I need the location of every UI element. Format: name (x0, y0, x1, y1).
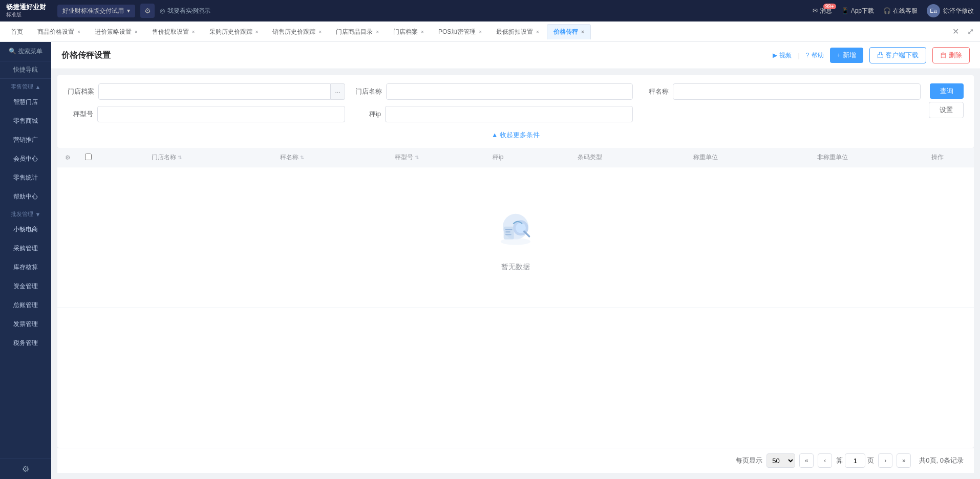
page-size-label: 每页显示 (736, 456, 762, 465)
scale-model-input[interactable] (97, 106, 345, 122)
tab-sale-price-close[interactable]: × (192, 29, 195, 35)
th-settings[interactable]: ⚙ (57, 148, 78, 167)
collapse-button[interactable]: ▲ 收起更多条件 (68, 130, 964, 140)
add-button[interactable]: + 新增 (830, 48, 863, 63)
tab-pos[interactable]: POS加密管理 × (432, 24, 488, 39)
tab-min-discount[interactable]: 最低折扣设置 × (489, 24, 546, 39)
tab-store-catalog-close[interactable]: × (376, 29, 379, 35)
download-button[interactable]: 凸 客户端下载 (869, 47, 927, 63)
tab-min-discount-close[interactable]: × (536, 29, 539, 35)
sidebar-item-tax[interactable]: 税务管理 (0, 334, 51, 353)
tab-price-scale[interactable]: 价格传秤 × (547, 24, 591, 39)
page-next-button[interactable]: › (878, 453, 892, 468)
tab-goods-price[interactable]: 商品价格设置 × (31, 24, 87, 39)
th-checkbox[interactable] (78, 148, 98, 167)
help-link[interactable]: ? 帮助 (806, 51, 824, 60)
tab-store-catalog[interactable]: 门店商品目录 × (329, 24, 386, 39)
delete-button[interactable]: 自 删除 (932, 47, 970, 63)
store-file-suffix-button[interactable]: ··· (331, 83, 345, 100)
content-area: 价格传秤设置 ▶ 视频 | ? 帮助 + 新增 凸 客户端下载 自 (51, 42, 980, 479)
sidebar-quicknav[interactable]: 快捷导航 (0, 61, 51, 79)
tab-store-file[interactable]: 门店档案 × (387, 24, 431, 39)
empty-state: 暂无数据 (61, 172, 970, 302)
scale-name-input[interactable] (673, 83, 921, 100)
sidebar-item-purchase[interactable]: 采购管理 (0, 239, 51, 258)
sidebar-item-invoice[interactable]: 发票管理 (0, 315, 51, 334)
message-button[interactable]: ✉ 消息 99+ (813, 7, 832, 15)
sidebar-item-member[interactable]: 会员中心 (0, 149, 51, 168)
select-all-checkbox[interactable] (85, 154, 92, 160)
sidebar: 🔍 搜索菜单 快捷导航 零售管理 ▲ 智慧门店 零售商城 营销推广 会员中心 零… (0, 42, 51, 479)
search-form: 门店档案 ··· 门店名称 秤名称 (57, 75, 974, 148)
page-first-button[interactable]: « (799, 453, 814, 468)
page-last-button[interactable]: » (897, 453, 911, 468)
tab-home[interactable]: 首页 (4, 24, 30, 39)
tab-price-scale-close[interactable]: × (581, 29, 584, 35)
store-file-input-wrap: ··· (98, 83, 345, 100)
sidebar-item-inventory[interactable]: 库存核算 (0, 258, 51, 277)
tab-close-all-button[interactable]: ✕ (950, 26, 961, 37)
page-unit: 页 (867, 456, 874, 465)
page-number-input[interactable] (845, 453, 865, 468)
page-size-select[interactable]: 50 100 200 (766, 453, 795, 468)
sidebar-item-marketing[interactable]: 营销推广 (0, 130, 51, 149)
tab-pos-close[interactable]: × (479, 29, 482, 35)
th-non-weight-unit-label: 非称重单位 (817, 154, 848, 161)
tab-sale-history-label: 销售历史价跟踪 (272, 28, 315, 36)
version-select-label: 好业财标准版交付试用 (62, 7, 124, 15)
sidebar-item-help[interactable]: 帮助中心 (0, 187, 51, 206)
tab-store-file-label: 门店档案 (393, 28, 418, 36)
scale-ip-input[interactable] (385, 106, 633, 122)
tab-goods-price-close[interactable]: × (77, 29, 80, 35)
data-table: ⚙ 门店名称 ⇅ 秤名称 ⇅ 秤型号 (57, 148, 974, 308)
tab-purchase-strategy-label: 进价策略设置 (95, 28, 132, 36)
store-name-input[interactable] (386, 83, 633, 100)
tab-sale-history-close[interactable]: × (318, 29, 322, 35)
tab-purchase-history[interactable]: 采购历史价跟踪 × (203, 24, 265, 39)
svg-rect-6 (505, 231, 510, 233)
sidebar-item-ledger[interactable]: 总账管理 (0, 296, 51, 315)
tab-sale-history[interactable]: 销售历史价跟踪 × (266, 24, 328, 39)
sidebar-finance-label: 资金管理 (13, 282, 38, 290)
online-service-button[interactable]: 🎧 在线客服 (883, 7, 918, 15)
query-button[interactable]: 查询 (930, 83, 964, 99)
th-store-name-label: 门店名称 (152, 154, 176, 161)
tab-purchase-strategy[interactable]: 进价策略设置 × (88, 24, 144, 39)
page-prev-button[interactable]: ‹ (818, 453, 832, 468)
settings-icon[interactable]: ⚙ (140, 4, 155, 18)
th-store-name-sort-icon[interactable]: ⇅ (178, 155, 182, 160)
demo-button[interactable]: ◎ 我要看实例演示 (160, 7, 210, 15)
user-menu[interactable]: Ea 徐泽华修改 (927, 4, 974, 17)
logo-area: 畅捷通好业财 标准版 (6, 3, 52, 18)
delete-label: 自 删除 (940, 51, 962, 60)
page-header: 价格传秤设置 ▶ 视频 | ? 帮助 + 新增 凸 客户端下载 自 (51, 42, 980, 69)
svg-rect-7 (505, 234, 512, 235)
tab-sale-price[interactable]: 售价提取设置 × (145, 24, 202, 39)
set-button[interactable]: 设置 (929, 102, 964, 118)
sidebar-item-ecommerce[interactable]: 小畅电商 (0, 220, 51, 239)
app-download-button[interactable]: 📱 App下载 (841, 7, 874, 15)
th-scale-name-sort-icon[interactable]: ⇅ (300, 155, 304, 160)
sidebar-item-finance[interactable]: 资金管理 (0, 277, 51, 296)
sidebar-retail-stats-label: 零售统计 (13, 174, 38, 181)
tab-purchase-history-close[interactable]: × (255, 29, 259, 35)
version-select[interactable]: 好业财标准版交付试用 ▾ (57, 5, 135, 17)
sidebar-item-smart-store[interactable]: 智慧门店 (0, 93, 51, 112)
help-label: 帮助 (812, 51, 824, 60)
message-icon: ✉ (813, 7, 818, 14)
th-barcode-type-label: 条码类型 (578, 154, 602, 161)
tab-expand-button[interactable]: ⤢ (965, 26, 976, 37)
sidebar-search[interactable]: 🔍 搜索菜单 (0, 42, 51, 61)
th-scale-ip-label: 秤ip (493, 154, 503, 161)
tab-purchase-strategy-close[interactable]: × (135, 29, 138, 35)
store-file-input[interactable] (98, 83, 331, 100)
play-icon: ▶ (773, 52, 777, 59)
sidebar-item-retail-stats[interactable]: 零售统计 (0, 168, 51, 187)
video-link[interactable]: ▶ 视频 (773, 51, 792, 60)
first-icon: « (805, 457, 808, 464)
scale-ip-label: 秤ip (355, 110, 381, 119)
tab-store-file-close[interactable]: × (421, 29, 424, 35)
th-scale-model-sort-icon[interactable]: ⇅ (415, 155, 419, 160)
sidebar-item-retail-mall[interactable]: 零售商城 (0, 112, 51, 130)
sidebar-gear-icon[interactable]: ⚙ (22, 464, 29, 474)
